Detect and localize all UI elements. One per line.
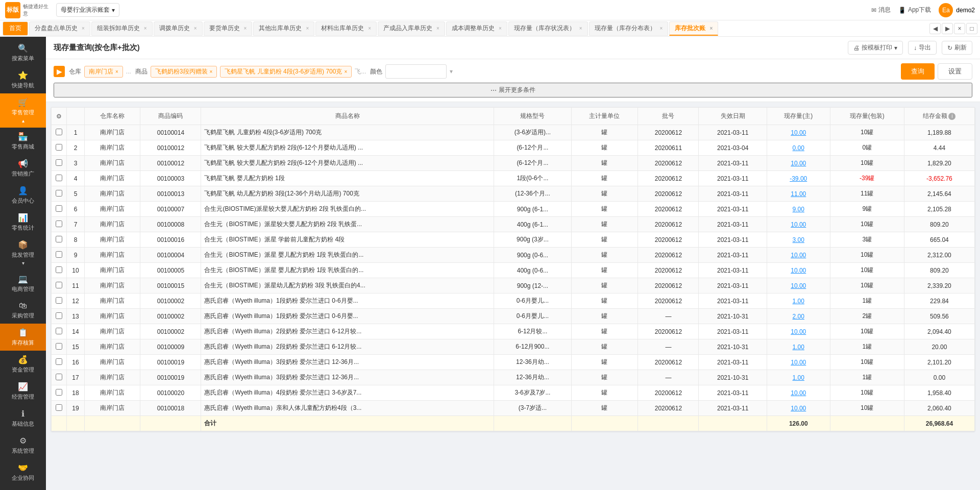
filter-expand-btn[interactable]: ▶	[54, 66, 65, 77]
row-checkbox[interactable]	[56, 328, 62, 334]
row-checkbox-cell[interactable]	[52, 186, 67, 202]
warehouse-tag-close-icon[interactable]: ×	[115, 69, 118, 75]
row-checkbox-cell[interactable]	[52, 339, 67, 355]
sidebar-item-mall[interactable]: 🏪 零售商城	[0, 128, 46, 155]
settings-btn[interactable]: 设置	[938, 63, 972, 80]
warehouse-tag[interactable]: 南岸门店 ×	[84, 66, 123, 78]
print-btn[interactable]: 🖨 按模板打印 ▾	[848, 41, 903, 55]
row-checkbox[interactable]	[56, 404, 62, 411]
tab-chanpin[interactable]: 产成品入库单历史 ×	[378, 21, 445, 36]
row-qty-main[interactable]: 10.00	[767, 263, 830, 278]
row-qty-main[interactable]: 10.00	[767, 248, 830, 263]
tab-zuzhang[interactable]: 组装拆卸单历史 ×	[91, 21, 153, 36]
row-checkbox-cell[interactable]	[52, 232, 67, 248]
export-btn[interactable]: ↓ 导出	[908, 41, 937, 55]
tab-kucunpici[interactable]: 库存批次账 ×	[669, 21, 718, 36]
product-tag-1-close-icon[interactable]: ×	[210, 69, 213, 75]
row-checkbox-cell[interactable]	[52, 278, 67, 293]
sidebar-item-collab[interactable]: 🤝 企业协同	[0, 459, 46, 486]
row-checkbox-cell[interactable]	[52, 385, 67, 401]
warehouse-more-icon[interactable]: ...	[126, 68, 131, 75]
row-qty-main[interactable]: 1.00	[767, 370, 830, 385]
row-checkbox-cell[interactable]	[52, 355, 67, 370]
row-checkbox[interactable]	[56, 236, 62, 242]
row-checkbox-cell[interactable]	[52, 401, 67, 416]
row-qty-main[interactable]: 1.00	[767, 293, 830, 309]
tab-chuku[interactable]: 其他出库单历史 ×	[253, 21, 314, 36]
row-checkbox[interactable]	[56, 389, 62, 396]
sidebar-item-member[interactable]: 👤 会员中心	[0, 182, 46, 209]
row-checkbox[interactable]	[56, 129, 62, 135]
product-more-icon[interactable]: 飞...	[355, 67, 366, 76]
message-btn[interactable]: ✉ 消息	[871, 6, 891, 14]
row-qty-main[interactable]: 10.00	[767, 278, 830, 293]
tab-next-btn[interactable]: ▶	[942, 23, 953, 34]
row-checkbox[interactable]	[56, 343, 62, 350]
row-checkbox[interactable]	[56, 312, 62, 319]
row-checkbox[interactable]	[56, 374, 62, 380]
row-checkbox-cell[interactable]	[52, 263, 67, 278]
query-btn[interactable]: 查询	[901, 63, 935, 80]
tab-cailiao[interactable]: 材料出库单历史 ×	[315, 21, 377, 36]
row-checkbox[interactable]	[56, 266, 62, 273]
tab-yaohuo[interactable]: 要货单历史 ×	[204, 21, 253, 36]
row-qty-main[interactable]: 3.00	[767, 232, 830, 248]
tab-diaobo[interactable]: 调拨单历史 ×	[154, 21, 203, 36]
row-checkbox[interactable]	[56, 358, 62, 365]
row-checkbox-cell[interactable]	[52, 370, 67, 385]
row-qty-main[interactable]: 10.00	[767, 401, 830, 416]
close-chengben-icon[interactable]: ×	[499, 26, 502, 31]
row-checkbox-cell[interactable]	[52, 202, 67, 217]
expand-more-btn[interactable]: ⋯ 展开更多条件	[54, 83, 972, 97]
sidebar-item-marketing[interactable]: 📢 营销推广	[0, 155, 46, 182]
tab-kucunfen[interactable]: 现存量（库存分布表） ×	[589, 21, 669, 36]
sidebar-item-guide[interactable]: 🎯 新手引导	[0, 486, 46, 490]
row-checkbox[interactable]	[56, 144, 62, 151]
color-input[interactable]	[385, 64, 447, 79]
row-qty-main[interactable]: 0.00	[767, 140, 830, 156]
row-qty-main[interactable]: 10.00	[767, 324, 830, 339]
sidebar-item-operation[interactable]: 📈 经营管理	[0, 378, 46, 405]
sidebar-item-wholesale[interactable]: 📦 批发管理 ▾	[0, 236, 46, 270]
row-qty-main[interactable]: 2.00	[767, 309, 830, 324]
product-tag-2[interactable]: 飞鹤星飞帆 儿童奶粉 4段(3-6岁适用) 700克 ×	[220, 66, 352, 78]
sidebar-item-stats[interactable]: 📊 零售统计	[0, 209, 46, 236]
row-checkbox[interactable]	[56, 297, 62, 304]
close-kucunfen-icon[interactable]: ×	[660, 26, 663, 31]
sidebar-item-inventory[interactable]: 📋 库存核算	[0, 324, 46, 351]
close-fenpan-icon[interactable]: ×	[82, 26, 85, 31]
row-checkbox-cell[interactable]	[52, 156, 67, 171]
row-checkbox-cell[interactable]	[52, 293, 67, 309]
balance-info-icon[interactable]: i	[948, 113, 955, 120]
store-selector[interactable]: 母婴行业演示账套 ▾	[56, 3, 119, 17]
row-checkbox[interactable]	[56, 220, 62, 227]
row-checkbox-cell[interactable]	[52, 324, 67, 339]
color-dropdown-icon[interactable]: ▾	[450, 68, 453, 75]
tab-kucunzhuang[interactable]: 现存量（库存状况表） ×	[508, 21, 588, 36]
refresh-btn[interactable]: ↻ 刷新	[942, 41, 972, 55]
tab-home[interactable]: 首页	[3, 21, 28, 36]
tab-prev-btn[interactable]: ◀	[929, 23, 941, 34]
row-checkbox[interactable]	[56, 205, 62, 212]
th-setting[interactable]: ⚙	[52, 108, 67, 125]
close-cailiao-icon[interactable]: ×	[368, 26, 371, 31]
close-yaohuo-icon[interactable]: ×	[244, 26, 247, 31]
row-checkbox-cell[interactable]	[52, 248, 67, 263]
row-checkbox[interactable]	[56, 190, 62, 197]
row-checkbox[interactable]	[56, 251, 62, 258]
row-qty-main[interactable]: 10.00	[767, 217, 830, 232]
sidebar-item-nav[interactable]: ⭐ 快捷导航	[0, 66, 46, 93]
row-qty-main[interactable]: 10.00	[767, 156, 830, 171]
sidebar-item-base[interactable]: ℹ 基础信息	[0, 405, 46, 432]
row-checkbox[interactable]	[56, 159, 62, 166]
row-checkbox[interactable]	[56, 175, 62, 181]
sidebar-item-finance[interactable]: 💰 资金管理	[0, 351, 46, 378]
row-qty-main[interactable]: 11.00	[767, 186, 830, 202]
close-kucunzhuang-icon[interactable]: ×	[579, 26, 582, 31]
product-tag-1[interactable]: 飞鹤奶粉3段丙赠装 ×	[151, 66, 217, 78]
sidebar-item-purchase[interactable]: 🛍 采购管理	[0, 297, 46, 324]
close-chuku-icon[interactable]: ×	[306, 26, 309, 31]
row-qty-main[interactable]: 10.00	[767, 355, 830, 370]
sidebar-item-ecom[interactable]: 💻 电商管理	[0, 270, 46, 297]
close-zuzhang-icon[interactable]: ×	[144, 26, 147, 31]
